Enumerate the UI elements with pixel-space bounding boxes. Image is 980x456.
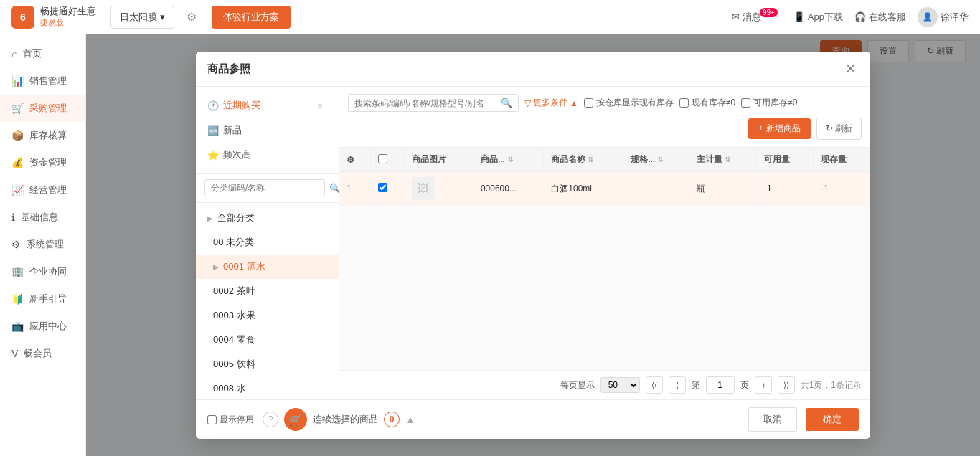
th-spec-label: 规格...: [631, 153, 655, 166]
user-area[interactable]: 👤 徐泽华: [918, 7, 969, 27]
modal-close-btn[interactable]: ✕: [842, 60, 859, 77]
cart-icon[interactable]: 🛒: [284, 408, 307, 431]
more-filter-btn[interactable]: ▽ 更多条件 ▲: [524, 97, 578, 109]
category-liquor[interactable]: ▶ 0001 酒水: [196, 255, 339, 279]
checkbox-available-stock[interactable]: 可用库存≠0: [741, 97, 797, 109]
inventory-icon: 📦: [11, 130, 24, 141]
th-checkbox: [371, 148, 405, 172]
category-search-input[interactable]: [204, 179, 325, 196]
tab-recent-purchase[interactable]: 🕐 近期购买 «: [196, 92, 339, 118]
category-snack[interactable]: 0004 零食: [196, 328, 339, 352]
next-page-btn[interactable]: ⟩: [755, 376, 772, 394]
sidebar-item-enterprise[interactable]: 🏢 企业协同: [0, 258, 85, 285]
category-all[interactable]: ▶ 全部分类: [196, 206, 339, 230]
sidebar-item-operations[interactable]: 📈 经营管理: [0, 176, 85, 204]
exp-btn[interactable]: 体验行业方案: [212, 6, 291, 29]
disabled-checkbox-input[interactable]: [207, 415, 217, 424]
available-stock-checkbox[interactable]: [741, 98, 750, 108]
nav-branch-dropdown[interactable]: 日太阳膜 ▾: [110, 6, 174, 29]
sidebar-label-sales: 销售管理: [29, 75, 67, 87]
app-center-icon: 📺: [11, 320, 24, 332]
th-unit[interactable]: 主计量 ⇅: [689, 148, 756, 172]
th-spec[interactable]: 规格... ⇅: [623, 148, 689, 172]
current-stock-checkbox[interactable]: [679, 98, 689, 108]
app-download-btn[interactable]: 📱 App下载: [793, 11, 843, 24]
page-number-input[interactable]: [706, 376, 735, 394]
tab-new-product[interactable]: 🆕 新品: [196, 118, 339, 143]
sort-icon-unit: ⇅: [725, 156, 730, 163]
sort-icon-spec: ⇅: [657, 156, 663, 163]
sidebar-item-member[interactable]: V 畅会员: [0, 340, 85, 367]
chevron-down-icon: ▾: [160, 11, 165, 22]
category-fruit[interactable]: 0003 水果: [196, 303, 339, 328]
last-page-btn[interactable]: ⟩⟩: [778, 376, 795, 394]
category-tea[interactable]: 0002 茶叶: [196, 279, 339, 303]
refresh-btn[interactable]: ↻ 刷新: [816, 118, 862, 140]
warehouse-stock-checkbox[interactable]: [584, 98, 593, 108]
search-icon[interactable]: 🔍: [501, 98, 512, 108]
sidebar-item-finance[interactable]: 💰 资金管理: [0, 149, 85, 176]
th-image: 商品图片: [405, 148, 473, 172]
modal-title: 商品参照: [207, 62, 250, 76]
message-icon: ✉: [732, 11, 740, 22]
logo-sub: 捷易版: [40, 17, 96, 28]
sidebar-item-system[interactable]: ⚙ 系统管理: [0, 231, 85, 258]
show-disabled-checkbox[interactable]: 显示停用: [207, 414, 254, 426]
modal-left-panel: 🕐 近期购买 « 🆕 新品 ⭐ 频次高: [196, 87, 339, 399]
table-row[interactable]: 1 🖼 000600... 白酒100ml: [339, 172, 870, 206]
row-image-cell: 🖼: [405, 172, 473, 206]
sidebar-item-inventory[interactable]: 📦 库存核算: [0, 122, 85, 149]
collapse-icon[interactable]: «: [313, 98, 327, 113]
sidebar-label-system: 系统管理: [27, 238, 64, 251]
page-size-label: 每页显示: [560, 379, 595, 391]
online-service-btn[interactable]: 🎧 在线客服: [854, 11, 906, 24]
th-code[interactable]: 商品... ⇅: [473, 148, 543, 172]
add-product-btn[interactable]: + 新增商品: [748, 118, 810, 139]
system-icon: ⚙: [11, 239, 21, 250]
total-info: 共1页，1条记录: [801, 379, 862, 391]
sidebar-label-basic-info: 基础信息: [21, 211, 58, 224]
modal-footer: 显示停用 ? 🛒 连续选择的商品 0 ▲ 取消 确定: [196, 399, 870, 439]
collapse-cart-icon[interactable]: ▲: [405, 414, 415, 425]
sidebar-item-sales[interactable]: 📊 销售管理: [0, 67, 85, 95]
category-beverage[interactable]: 0005 饮料: [196, 352, 339, 376]
sidebar-item-home[interactable]: ⌂ 首页: [0, 40, 85, 67]
first-page-btn[interactable]: ⟨⟨: [646, 376, 663, 394]
message-btn[interactable]: ✉ 消息 99+: [732, 11, 782, 24]
checkbox-current-stock[interactable]: 现有库存≠0: [679, 97, 735, 109]
cancel-btn[interactable]: 取消: [748, 407, 797, 432]
product-table: ⚙ 商品图片 商品...: [339, 148, 870, 206]
settings-icon[interactable]: ⚙: [180, 6, 203, 29]
branch-label: 日太阳膜: [120, 11, 157, 24]
cart-count: 0: [384, 412, 400, 427]
finance-icon: 💰: [11, 157, 24, 168]
guide-icon: 🔰: [11, 293, 24, 305]
category-uncategorized[interactable]: 00 未分类: [196, 230, 339, 255]
purchase-icon: 🛒: [11, 103, 24, 114]
sidebar-label-enterprise: 企业协同: [29, 265, 67, 278]
prev-page-btn[interactable]: ⟨: [669, 376, 686, 394]
sidebar-item-app-center[interactable]: 📺 应用中心: [0, 313, 85, 340]
page-size-select[interactable]: 50 20 100: [600, 377, 640, 393]
tab-high-frequency[interactable]: ⭐ 频次高: [196, 143, 339, 167]
row-checkbox[interactable]: [378, 183, 387, 192]
sidebar-item-purchase[interactable]: 🛒 采购管理: [0, 95, 85, 122]
logo-text: 畅捷通好生意: [40, 6, 96, 17]
show-disabled-label: 显示停用: [220, 414, 254, 426]
sort-icon-code: ⇅: [507, 156, 513, 163]
help-icon[interactable]: ?: [263, 412, 278, 427]
select-all-checkbox[interactable]: [378, 154, 387, 163]
category-water[interactable]: 0008 水: [196, 376, 339, 399]
product-reference-modal: 商品参照 ✕ 🕐 近期购买 « �: [196, 52, 870, 439]
cart-label: 连续选择的商品: [313, 413, 378, 426]
table-settings-icon[interactable]: ⚙: [347, 155, 354, 165]
confirm-btn[interactable]: 确定: [806, 408, 859, 431]
sales-icon: 📊: [11, 75, 24, 87]
product-thumbnail: 🖼: [412, 177, 435, 200]
checkbox-warehouse-stock[interactable]: 按仓库显示现有库存: [584, 97, 674, 109]
sidebar-label-member: 畅会员: [24, 347, 52, 360]
th-name[interactable]: 商品名称 ⇅: [544, 148, 623, 172]
sidebar-item-basic-info[interactable]: ℹ 基础信息: [0, 204, 85, 231]
sidebar-item-guide[interactable]: 🔰 新手引导: [0, 285, 85, 313]
product-search-input[interactable]: [354, 98, 498, 108]
